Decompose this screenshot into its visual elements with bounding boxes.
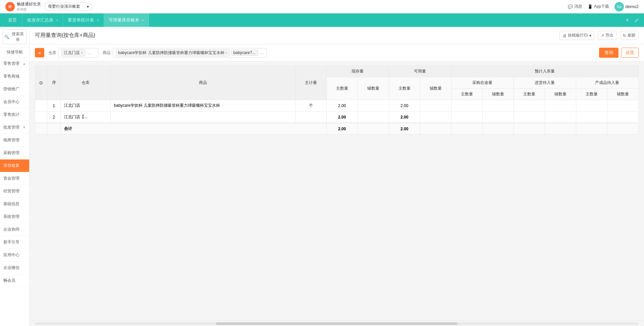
remove-warehouse-tag[interactable]: × xyxy=(81,51,83,55)
industry-selector[interactable]: 母婴行业演示账套 ▾ xyxy=(45,3,92,10)
close-order-stats[interactable]: × xyxy=(97,18,99,22)
home-tab-label: 首页 xyxy=(8,17,17,23)
sidebar-item-enterprise-wechat[interactable]: 企业微信 xyxy=(0,262,29,274)
sidebar-item-ecommerce[interactable]: 电商管理 xyxy=(0,134,29,147)
th-avail-aux: 辅数量 xyxy=(420,77,451,100)
td-avail-aux-2 xyxy=(420,111,451,123)
td-total-incoming-main xyxy=(514,123,545,135)
warehouse-filter-label: 仓库 xyxy=(48,50,56,56)
sidebar-item-retail-mgmt[interactable]: 零售管理 ▲ xyxy=(0,57,29,70)
th-current-main: 主数量 xyxy=(326,77,358,100)
settings-button[interactable]: 设置 xyxy=(621,48,639,58)
query-button[interactable]: 查询 xyxy=(599,48,619,58)
table-row: 2 江北门店【... 2.00 2.00 xyxy=(35,111,639,123)
sidebar-item-retail-stats[interactable]: 零售统计 xyxy=(0,108,29,121)
tab-home[interactable]: 首页 xyxy=(3,13,22,27)
export-button[interactable]: ↗ 导出 xyxy=(598,31,616,40)
td-avail-aux-1 xyxy=(420,100,451,111)
product-filter-tags[interactable]: babycare学饮杯 儿童防摔防撞吸管杯重力球吸嘴杯宝宝水杯 × babyca… xyxy=(113,48,267,58)
th-incoming-aux: 辅数量 xyxy=(545,89,576,100)
sidebar-item-enterprise-collab[interactable]: 企业协同 xyxy=(0,223,29,236)
search-menu-button[interactable]: 🔍 搜索菜单 xyxy=(3,30,26,44)
sidebar-item-vip-member[interactable]: 畅会员 xyxy=(0,274,29,287)
app-logo-subtitle: 标准版 xyxy=(17,7,41,12)
sidebar-item-operations[interactable]: 经营管理 xyxy=(0,185,29,198)
user-avatar: Ea xyxy=(614,2,624,11)
td-total-production-aux xyxy=(607,123,638,135)
sidebar-item-inventory[interactable]: 库存核算 xyxy=(0,159,29,172)
retail-stats-label: 零售统计 xyxy=(3,112,19,118)
horizontal-scrollbar[interactable] xyxy=(30,321,644,326)
nav-tabs: 首页 收发存汇总表 × 要货单统计表 × 可用量库存账本 × × ⤢ xyxy=(0,13,644,27)
print-icon: 🖨 xyxy=(562,33,567,38)
th-purchase-main: 主数量 xyxy=(451,89,482,100)
tab-available-stock[interactable]: 可用量库存账本 × xyxy=(104,13,149,27)
sidebar-item-basic-info[interactable]: 基础信息 xyxy=(0,198,29,211)
inventory-label: 库存核算 xyxy=(3,163,19,169)
sidebar-item-finance[interactable]: 资金管理 xyxy=(0,172,29,185)
sidebar-item-new-guide[interactable]: 新手引导 xyxy=(0,236,29,249)
tab-order-stats[interactable]: 要货单统计表 × xyxy=(63,13,104,27)
close-receive-summary[interactable]: × xyxy=(56,18,58,22)
enterprise-wechat-label: 企业微信 xyxy=(3,265,19,271)
th-product: 商品 xyxy=(110,66,295,100)
warehouse-filter-group: 仓库 江北门店 × ... xyxy=(48,48,99,58)
sidebar-item-wholesale-mgmt[interactable]: 批发管理 ▼ xyxy=(0,121,29,134)
product-tag-babycare2: babycare?... xyxy=(231,50,258,56)
td-total-current-main: 2.00 xyxy=(326,123,358,135)
td-production-main-1 xyxy=(576,100,607,111)
product-filter-label: 商品 xyxy=(103,50,111,56)
th-purchase-en-route-group: 采购在途量 xyxy=(451,77,514,89)
th-current-stock-group: 现存量 xyxy=(326,66,389,77)
retail-store-label: 零售商城 xyxy=(3,74,19,79)
warehouse-filter-tags[interactable]: 江北门店 × ... xyxy=(58,48,99,58)
td-settings-2 xyxy=(35,111,47,123)
template-print-button[interactable]: 🖨 按模板打印 ▾ xyxy=(559,31,594,40)
refresh-button[interactable]: ↻ 刷新 xyxy=(620,31,639,40)
refresh-icon: ↻ xyxy=(623,33,626,38)
sidebar-item-app-center[interactable]: 应用中心 xyxy=(0,249,29,262)
user-profile[interactable]: Ea demo2 xyxy=(614,2,639,11)
close-all-tabs-button[interactable]: × xyxy=(623,17,632,23)
app-download-button[interactable]: 📱 App下载 xyxy=(588,4,609,9)
scroll-thumb[interactable] xyxy=(216,322,458,325)
sidebar-item-member-center[interactable]: 会员中心 xyxy=(0,96,29,108)
td-current-aux-1 xyxy=(358,100,389,111)
available-stock-label: 可用量库存账本 xyxy=(109,17,139,23)
sidebar-search-area: 🔍 搜索菜单 xyxy=(0,27,29,47)
th-warehouse: 仓库 xyxy=(61,66,111,100)
close-available-stock[interactable]: × xyxy=(142,18,144,22)
sidebar-item-retail-store[interactable]: 零售商城 xyxy=(0,70,29,83)
message-button[interactable]: 💬 消息 xyxy=(568,4,582,9)
remove-product-tag-1[interactable]: × xyxy=(225,51,227,55)
product-more-indicator[interactable]: ... xyxy=(261,50,264,55)
quick-nav-button[interactable]: 快捷导航 xyxy=(0,47,29,57)
expand-button[interactable]: ⤢ xyxy=(632,17,641,24)
filter-toggle-button[interactable]: » xyxy=(35,48,44,57)
td-no-2: 2 xyxy=(47,111,61,123)
sidebar: 🔍 搜索菜单 快捷导航 零售管理 ▲ 零售商城 营销推广 会员中心 零售统计 批… xyxy=(0,27,30,326)
td-total-current-aux xyxy=(358,123,389,135)
tab-receive-summary[interactable]: 收发存汇总表 × xyxy=(22,13,63,27)
print-dropdown-icon: ▾ xyxy=(589,33,591,38)
industry-arrow-icon: ▾ xyxy=(87,4,89,9)
marketing-label: 营销推广 xyxy=(3,86,19,92)
warehouse-more-indicator[interactable]: ... xyxy=(88,50,91,55)
td-settings xyxy=(35,100,47,111)
td-current-main-2: 2.00 xyxy=(326,111,358,123)
sidebar-item-sys-mgmt[interactable]: 系统管理 xyxy=(0,211,29,223)
top-bar-right: 💬 消息 📱 App下载 Ea demo2 xyxy=(568,2,639,11)
vip-member-label: 畅会员 xyxy=(3,278,15,283)
wholesale-mgmt-label: 批发管理 xyxy=(3,125,19,130)
sidebar-item-purchase-mgmt[interactable]: 采购管理 xyxy=(0,147,29,159)
sidebar-item-marketing[interactable]: 营销推广 xyxy=(0,83,29,96)
td-purchase-aux-1 xyxy=(482,100,514,111)
td-production-aux-2 xyxy=(607,111,638,123)
quick-nav-label: 快捷导航 xyxy=(7,50,23,54)
td-warehouse-2: 江北门店【... xyxy=(61,111,111,123)
table-wrapper: ⚙ 序 仓库 商品 主计量 现存量 可用量 预计入库量 主数量 辅数量 主数量 xyxy=(30,61,644,321)
filter-area: » 仓库 江北门店 × ... 商品 babycare学饮杯 儿童防摔防撞吸管杯… xyxy=(30,44,644,61)
page-header: 可用量查询(按仓库+商品) 🖨 按模板打印 ▾ ↗ 导出 ↻ 刷新 xyxy=(30,27,644,44)
column-settings-icon[interactable]: ⚙ xyxy=(39,80,43,86)
page-title: 可用量查询(按仓库+商品) xyxy=(35,32,95,39)
